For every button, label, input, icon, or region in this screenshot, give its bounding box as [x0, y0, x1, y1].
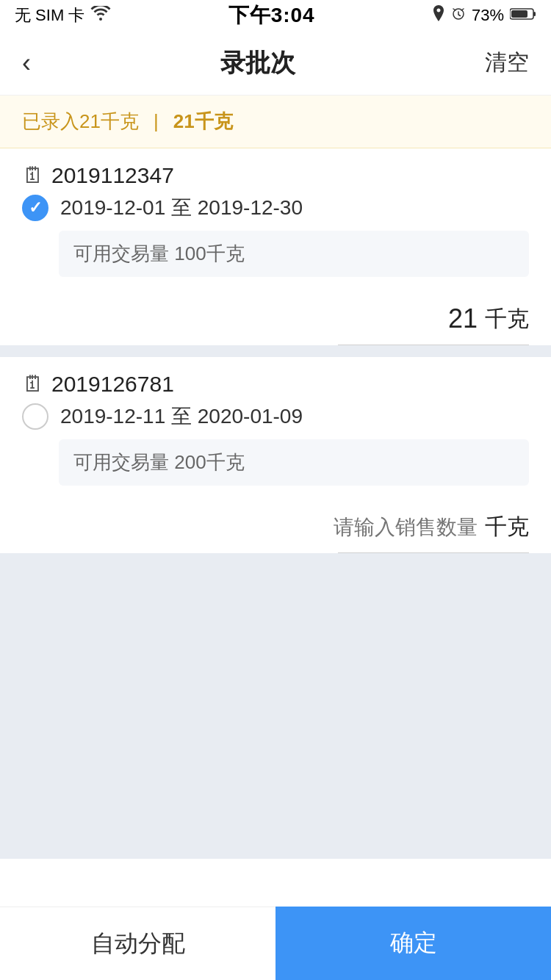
- back-button[interactable]: ‹: [22, 48, 31, 79]
- batch-2-header: 🗓 2019126781: [22, 372, 529, 397]
- batch-1-icon: 🗓: [22, 163, 44, 188]
- bottom-bar: 自动分配 确定: [0, 907, 551, 980]
- svg-rect-3: [511, 10, 527, 18]
- batch-2-available: 可用交易量 200千克: [59, 439, 529, 486]
- auto-distribute-button[interactable]: 自动分配: [0, 907, 276, 980]
- wifi-icon: [90, 6, 111, 25]
- batch-1-date: 2019-12-01 至 2019-12-30: [60, 194, 303, 222]
- section-separator-1: [0, 345, 551, 357]
- page-title: 录批次: [220, 46, 295, 80]
- batch-2-unit: 千克: [485, 512, 529, 542]
- summary-value: 21千克: [173, 109, 233, 134]
- batch-2-available-wrapper: 可用交易量 200千克: [22, 439, 529, 497]
- batch-2-date: 2019-12-11 至 2020-01-09: [60, 403, 303, 430]
- batch-1-header: 🗓 2019112347: [22, 163, 529, 188]
- batch-1-quantity: 21: [448, 303, 478, 334]
- sim-label: 无 SIM 卡: [15, 4, 84, 26]
- status-bar: 无 SIM 卡 下午3:04 73%: [0, 0, 551, 31]
- clear-button[interactable]: 清空: [485, 48, 529, 78]
- batch-2-input-row: 千克: [0, 497, 551, 552]
- batch-1-available: 可用交易量 100千克: [59, 231, 529, 277]
- summary-divider: |: [154, 110, 159, 133]
- nav-bar: ‹ 录批次 清空: [0, 31, 551, 96]
- location-icon: [432, 5, 445, 26]
- batch-1-number: 2019112347: [51, 163, 174, 188]
- batch-1-unit: 千克: [485, 304, 529, 334]
- summary-banner: 已录入21千克 | 21千克: [0, 96, 551, 148]
- recorded-label: 已录入21千克: [22, 109, 139, 134]
- batch-1-radio[interactable]: ✓: [22, 195, 48, 221]
- svg-rect-2: [533, 12, 536, 16]
- batch-2-radio[interactable]: [22, 403, 48, 430]
- alarm-icon: [451, 6, 466, 25]
- batch-2-quantity-input[interactable]: [331, 516, 478, 539]
- batch-2-number: 2019126781: [51, 372, 174, 397]
- batch-item-1: 🗓 2019112347 ✓ 2019-12-01 至 2019-12-30 可…: [0, 148, 551, 289]
- status-time: 下午3:04: [228, 1, 315, 29]
- status-left: 无 SIM 卡: [15, 4, 111, 26]
- batch-2-icon: 🗓: [22, 372, 44, 397]
- batch-item-2: 🗓 2019126781 2019-12-11 至 2020-01-09 可用交…: [0, 357, 551, 497]
- confirm-button[interactable]: 确定: [276, 907, 551, 980]
- battery-icon: [510, 6, 536, 25]
- empty-area: [0, 565, 551, 859]
- section-separator-2: [0, 553, 551, 565]
- status-right: 73%: [432, 5, 536, 26]
- batch-1-quantity-row: 21 千克: [0, 289, 551, 345]
- battery-label: 73%: [472, 6, 504, 25]
- check-icon: ✓: [29, 198, 42, 217]
- batch-2-row[interactable]: 2019-12-11 至 2020-01-09: [22, 403, 529, 430]
- batch-1-available-wrapper: 可用交易量 100千克: [22, 231, 529, 289]
- batch-1-row[interactable]: ✓ 2019-12-01 至 2019-12-30: [22, 194, 529, 222]
